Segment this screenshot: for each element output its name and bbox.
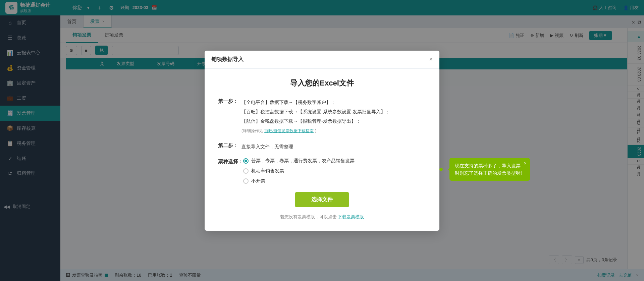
modal-main-title: 导入您的Excel文件 [218,78,426,88]
modal-close-btn[interactable]: × [429,56,433,63]
tooltip-text: 现在支持的票种多了，导入发票时别忘了选择正确的发票类型呀! [455,163,522,176]
ticket-normal-label: 普票，专票，卷票，通行费发票，农产品销售发票 [251,158,355,164]
step1-content: 【全电平台】数据下载→【税务数字账户】； 【百旺】税控盘数据下载→【系统设置-系… [241,98,390,135]
step1-label: 第一步： [218,98,241,105]
radio-noinvoice[interactable] [243,178,249,184]
footer-text: 若您没有发票模版，可以点击 [280,214,337,219]
step2-content: 直接导入文件，无需整理 [241,142,293,151]
radio-normal[interactable] [243,158,249,164]
modal-title: 销项数据导入 [211,56,244,63]
ticket-choice: 票种选择： 普票，专票，卷票，通行费发票，农产品销售发票 机动车销售发票 [218,158,426,184]
select-file-label: 选择文件 [311,196,333,202]
modal-header: 销项数据导入 × [205,51,439,69]
step2-row: 第二步： 直接导入文件，无需整理 [218,142,426,151]
tooltip-dot [439,168,443,171]
modal-overlay: 销项数据导入 × 导入您的Excel文件 第一步： 【全电平台】数据下载→【税务… [0,0,644,281]
ticket-option-normal[interactable]: 普票，专票，卷票，通行费发票，农产品销售发票 [243,158,355,164]
modal: 销项数据导入 × 导入您的Excel文件 第一步： 【全电平台】数据下载→【税务… [205,51,439,231]
modal-footer: 若您没有发票模版，可以点击 下载发票模版 [218,214,426,220]
ticket-label: 票种选择： [218,158,243,165]
step1-link-row: (详细操作见 百旺/航信发票数据下载指南 ) [241,126,390,135]
step1-line1: 【全电平台】数据下载→【税务数字账户】； [241,98,390,107]
step1-row: 第一步： 【全电平台】数据下载→【税务数字账户】； 【百旺】税控盘数据下载→【系… [218,98,426,135]
ticket-noinvoice-label: 不开票 [251,178,265,184]
ticket-options: 普票，专票，卷票，通行费发票，农产品销售发票 机动车销售发票 不开票 [243,158,355,184]
tooltip-close-icon: × [524,161,527,166]
modal-body: 导入您的Excel文件 第一步： 【全电平台】数据下载→【税务数字账户】； 【百… [205,69,439,231]
download-template-link[interactable]: 下载发票模版 [338,214,364,219]
step2-label: 第二步： [218,142,241,149]
select-file-btn[interactable]: 选择文件 [295,192,349,207]
radio-motor[interactable] [243,168,249,174]
step1-line3: 【航信】金税盘数据下载→【报税管理-发票数据导出】； [241,116,390,126]
ticket-option-noinvoice[interactable]: 不开票 [243,178,355,184]
guide-link[interactable]: 百旺/航信发票数据下载指南 [264,128,314,133]
ticket-option-motor[interactable]: 机动车销售发票 [243,168,355,174]
ticket-motor-label: 机动车销售发票 [251,168,284,174]
tooltip-bubble: × 现在支持的票种多了，导入发票时别忘了选择正确的发票类型呀! [449,158,530,181]
tooltip-close-btn[interactable]: × [524,161,527,166]
step1-line2: 【百旺】税控盘数据下载→【系统设置-系统参数设置-发票批量导入】； [241,107,390,116]
